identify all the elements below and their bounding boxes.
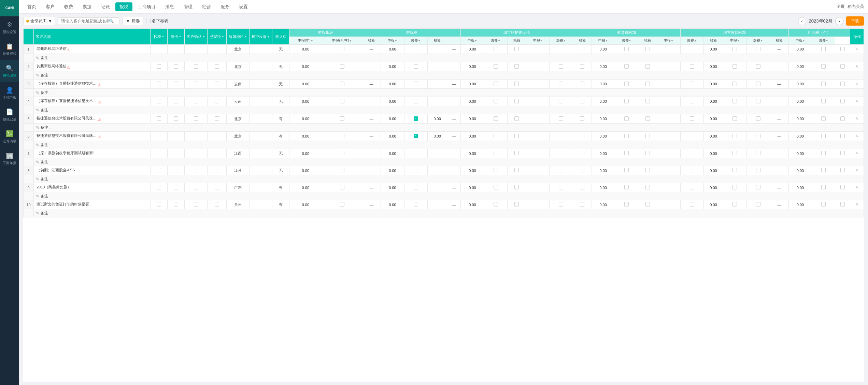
difang-cb3-1[interactable] <box>746 45 770 54</box>
difang-cb3-5[interactable] <box>746 114 770 124</box>
chengshi-cb1-9[interactable] <box>484 183 507 192</box>
chengshi-cb2-3[interactable] <box>507 80 526 89</box>
nav-industrial[interactable]: 工商项目 <box>134 2 160 11</box>
prev-month-button[interactable]: ‹ <box>798 17 806 25</box>
pencil-icon-1[interactable]: ✎ <box>36 56 39 60</box>
chengshi-cb2-2[interactable] <box>507 62 526 71</box>
pencil-icon-6[interactable]: ✎ <box>36 143 39 147</box>
cb-0-row-5[interactable] <box>151 114 168 124</box>
nav-invoice[interactable]: 票据 <box>79 2 96 11</box>
action-8[interactable]: ✎ <box>850 166 864 175</box>
jiaoyu-cb3-10[interactable] <box>638 200 657 209</box>
yinhua-cb2-3[interactable] <box>835 80 850 89</box>
named-table-checkbox[interactable] <box>146 19 151 23</box>
difang-cb1-9[interactable] <box>680 183 703 192</box>
pencil-icon-10[interactable]: ✎ <box>36 211 39 216</box>
jiaoyu-cb1-10[interactable] <box>573 200 592 209</box>
difang-cb3-8[interactable] <box>746 166 770 175</box>
difang-cb3-9[interactable] <box>746 183 770 192</box>
chengshi-cb1-3[interactable] <box>484 80 507 89</box>
nav-management[interactable]: 管理 <box>180 2 197 11</box>
edit-icon-4[interactable]: ✎ <box>855 99 858 103</box>
filter-button[interactable]: ▼ 筛选 <box>122 17 143 25</box>
cb-2-row-9[interactable] <box>185 183 208 192</box>
yinhua-cb2-10[interactable] <box>835 200 850 209</box>
caiwu-month-2[interactable] <box>322 62 362 71</box>
cb-2-row-2[interactable] <box>185 62 208 71</box>
cb-1-row-2[interactable] <box>168 62 185 71</box>
jiaoyu-cb3-8[interactable] <box>638 166 657 175</box>
difang-cb1-2[interactable] <box>680 62 703 71</box>
sidebar-item-gongshangnianbao[interactable]: 🏢 工商年报 <box>0 147 19 169</box>
difang-cb2-7[interactable] <box>723 149 746 158</box>
cb-0-row-2[interactable] <box>151 62 168 71</box>
zengjia-cb1-9[interactable] <box>404 183 427 192</box>
cb-0-row-1[interactable] <box>151 45 168 54</box>
edit-icon-7[interactable]: ✎ <box>855 151 858 155</box>
yinhua-cb2-4[interactable] <box>835 97 850 106</box>
next-month-button[interactable]: › <box>835 17 843 25</box>
chengshi-cb1-2[interactable] <box>484 62 507 71</box>
jiaoyu-cb2-4[interactable] <box>615 97 638 106</box>
zengjia-cb1-5[interactable] <box>404 114 427 124</box>
jiaoyu-cb3-2[interactable] <box>638 62 657 71</box>
sidebar-item-piliangbaoshui[interactable]: 📋 批量报税 <box>0 38 19 60</box>
cb-0-row-3[interactable] <box>151 80 168 89</box>
yinhua-cb-5[interactable] <box>812 114 835 124</box>
yinhua-cb-7[interactable] <box>812 149 835 158</box>
jiaoyu-cb2-8[interactable] <box>615 166 638 175</box>
difang-cb2-6[interactable] <box>723 132 746 141</box>
difang-cb3-2[interactable] <box>746 62 770 71</box>
action-4[interactable]: ✎ <box>850 97 864 106</box>
difang-cb3-6[interactable] <box>746 132 770 141</box>
cb-1-row-5[interactable] <box>168 114 185 124</box>
pencil-icon-9[interactable]: ✎ <box>36 194 39 199</box>
cb-3-row-8[interactable] <box>208 166 227 175</box>
yinhua-cb-1[interactable] <box>812 45 835 54</box>
cb-3-row-1[interactable] <box>208 45 227 54</box>
jiaoyu-cb1-9[interactable] <box>573 183 592 192</box>
jiaoyu-cb1-8[interactable] <box>573 166 592 175</box>
difang-cb1-3[interactable] <box>680 80 703 89</box>
cb-2-row-8[interactable] <box>185 166 208 175</box>
cb-1-row-4[interactable] <box>168 97 185 106</box>
difang-cb3-10[interactable] <box>746 200 770 209</box>
difang-cb2-1[interactable] <box>723 45 746 54</box>
chengshi-cb3-7[interactable] <box>550 149 573 158</box>
cb-2-row-5[interactable] <box>185 114 208 124</box>
difang-cb2-3[interactable] <box>723 80 746 89</box>
jiaoyu-cb1-6[interactable] <box>573 132 592 141</box>
chengshi-cb2-1[interactable] <box>507 45 526 54</box>
action-9[interactable]: ✎ <box>850 183 864 192</box>
action-2[interactable]: ✎ <box>850 62 864 71</box>
jiaoyu-cb2-1[interactable] <box>615 45 638 54</box>
named-table-checkbox-area[interactable]: 名下标表 <box>146 18 168 24</box>
jiaoyu-cb3-6[interactable] <box>638 132 657 141</box>
edit-icon-9[interactable]: ✎ <box>855 185 858 189</box>
jiaoyu-cb1-3[interactable] <box>573 80 592 89</box>
chengshi-cb1-5[interactable] <box>484 114 507 124</box>
caiwu-month-5[interactable] <box>322 114 362 124</box>
cb-1-row-3[interactable] <box>168 80 185 89</box>
nav-customer[interactable]: 客户 <box>42 2 59 11</box>
cb-2-row-1[interactable] <box>185 45 208 54</box>
cb-1-row-6[interactable] <box>168 132 185 141</box>
cb-3-row-5[interactable] <box>208 114 227 124</box>
jiaoyu-cb3-1[interactable] <box>638 45 657 54</box>
chengshi-cb2-4[interactable] <box>507 97 526 106</box>
action-3[interactable]: ✎ <box>850 80 864 89</box>
cb-1-row-10[interactable] <box>168 200 185 209</box>
cb-0-row-4[interactable] <box>151 97 168 106</box>
nav-service[interactable]: 服务 <box>216 2 233 11</box>
chengshi-cb2-9[interactable] <box>507 183 526 192</box>
edit-icon-6[interactable]: ✎ <box>855 134 858 138</box>
edit-icon-8[interactable]: ✎ <box>855 168 858 172</box>
difang-cb1-10[interactable] <box>680 200 703 209</box>
jiaoyu-cb1-5[interactable] <box>573 114 592 124</box>
zengjia-cb1-2[interactable] <box>404 62 427 71</box>
jiaoyu-cb1-1[interactable] <box>573 45 592 54</box>
caiwu-month-10[interactable] <box>322 200 362 209</box>
yinhua-cb-3[interactable] <box>812 80 835 89</box>
jiaoyu-cb3-9[interactable] <box>638 183 657 192</box>
yinhua-cb2-2[interactable] <box>835 62 850 71</box>
